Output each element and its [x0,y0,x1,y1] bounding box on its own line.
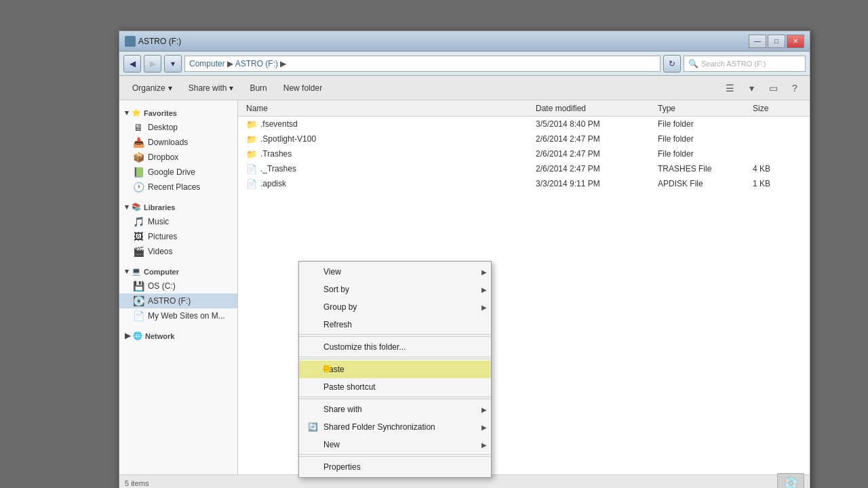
network-icon: 🌐 [133,331,142,340]
context-menu: View ▶ Sort by ▶ Group by ▶ Refresh Cust… [298,261,492,478]
minimize-button[interactable]: — [749,35,766,48]
back-button[interactable]: ◀ [123,55,141,73]
file-name-cell: 📁 .fseventsd [243,119,533,129]
sidebar-item-osc[interactable]: 💾 OS (C:) [119,279,237,293]
file-date-cell: 2/6/2014 2:47 PM [533,164,655,174]
title-bar-buttons: — □ ✕ [749,35,804,48]
menu-item-label-group_by: Group by [323,302,477,312]
favorites-header[interactable]: ▾ ⭐ Favorites [119,106,237,120]
file-date-cell: 3/3/2014 9:11 PM [533,179,655,188]
sidebar-item-websites[interactable]: 📄 My Web Sites on M... [119,308,237,323]
sidebar-item-downloads[interactable]: 📥 Downloads [119,135,237,150]
menu-item-paste[interactable]: Paste [299,361,491,378]
sidebar-item-label: Dropbox [148,152,178,162]
sidebar-item-videos[interactable]: 🎬 Videos [119,244,237,259]
col-name[interactable]: Name [243,104,533,113]
help-button[interactable]: ? [785,79,804,98]
file-name-cell: 📄 ._Trashes [243,163,533,174]
path-separator-2: ▶ [280,59,286,68]
favorites-label: Favorites [144,109,177,117]
folder-icon: 📁 [246,119,257,129]
address-path[interactable]: Computer ▶ ASTRO (F:) ▶ [184,56,660,72]
window-icon [125,36,136,47]
menu-item-sort_by[interactable]: Sort by ▶ [299,281,491,298]
menu-item-icon-placeholder [307,439,318,450]
refresh-button[interactable]: ↻ [663,55,681,73]
preview-pane-button[interactable]: ▭ [764,79,783,98]
submenu-arrow-shared_folder_sync: ▶ [481,424,487,431]
menu-item-new[interactable]: New ▶ [299,436,491,455]
file-type-cell: APDISK File [655,179,750,188]
sidebar-item-astro[interactable]: 💽 ASTRO (F:) [119,293,237,308]
sidebar-item-label: Desktop [148,123,178,132]
sidebar: ▾ ⭐ Favorites 🖥 Desktop 📥 Downloads 📦 Dr… [119,100,238,474]
sidebar-item-music[interactable]: 🎵 Music [119,214,237,229]
file-size-cell: 4 KB [750,164,804,174]
file-name: ._Trashes [260,164,296,174]
file-type-cell: TRASHES File [655,164,750,174]
menu-item-icon-placeholder [307,404,318,415]
computer-header[interactable]: ▾ 💻 Computer [119,264,237,279]
menu-item-refresh[interactable]: Refresh [299,316,491,335]
menu-item-icon-placeholder [307,319,318,330]
menu-item-label-properties: Properties [323,462,477,472]
table-row[interactable]: 📁 .Trashes 2/6/2014 2:47 PM File folder [238,146,810,161]
downloads-icon: 📥 [133,137,144,148]
menu-item-icon-placeholder [307,266,318,277]
drive-icon-container: 💿 [777,473,804,489]
menu-item-label-customize: Customize this folder... [323,342,477,352]
col-date[interactable]: Date modified [533,104,655,113]
new-folder-button[interactable]: New folder [276,79,330,98]
table-row[interactable]: 📄 .apdisk 3/3/2014 9:11 PM APDISK File 1… [238,176,810,191]
forward-button[interactable]: ▶ [144,55,161,73]
network-header[interactable]: ▶ 🌐 Network [119,329,237,343]
search-box[interactable]: 🔍 Search ASTRO (F:) [684,56,806,72]
videos-icon: 🎬 [133,246,144,257]
computer-collapse-icon: ▾ [125,267,129,276]
details-view-button[interactable]: ☰ [720,79,739,98]
menu-separator-after-customize [299,359,491,359]
menu-item-properties[interactable]: Properties [299,458,491,476]
sidebar-item-recent-places[interactable]: 🕐 Recent Places [119,180,237,195]
folder-icon: 📁 [246,148,257,159]
sidebar-item-dropbox[interactable]: 📦 Dropbox [119,150,237,165]
view-options-button[interactable]: ▾ [742,79,761,98]
path-separator-1: ▶ [227,59,233,68]
menu-item-customize[interactable]: Customize this folder... [299,338,491,357]
table-row[interactable]: 📁 .Spotlight-V100 2/6/2014 2:47 PM File … [238,131,810,146]
libraries-header[interactable]: ▾ 📚 Libraries [119,200,237,214]
table-row[interactable]: 📁 .fseventsd 3/5/2014 8:40 PM File folde… [238,117,810,131]
burn-button[interactable]: Burn [242,79,274,98]
menu-item-share_with[interactable]: Share with ▶ [299,401,491,418]
file-size-cell: 1 KB [750,179,804,188]
sidebar-item-pictures[interactable]: 🖼 Pictures [119,229,237,244]
favorites-collapse-icon: ▾ [125,108,129,117]
sidebar-item-label: Pictures [148,232,177,241]
menu-item-shared_folder_sync[interactable]: 🔄 Shared Folder Synchronization ▶ [299,418,491,436]
dropbox-icon: 📦 [133,152,144,163]
file-type-cell: File folder [655,149,750,159]
search-icon: 🔍 [688,59,698,68]
dropdown-button[interactable]: ▾ [164,55,182,73]
menu-item-icon-placeholder [307,364,318,375]
menu-item-view[interactable]: View ▶ [299,263,491,281]
menu-item-label-share_with: Share with [323,405,477,414]
menu-item-label-paste_shortcut: Paste shortcut [323,382,477,392]
close-button[interactable]: ✕ [787,35,804,48]
menu-item-label-paste: Paste [323,365,477,374]
organize-button[interactable]: Organize ▾ [125,79,180,98]
sidebar-item-google-drive[interactable]: 📗 Google Drive [119,165,237,180]
menu-item-group_by[interactable]: Group by ▶ [299,298,491,316]
table-row[interactable]: 📄 ._Trashes 2/6/2014 2:47 PM TRASHES Fil… [238,161,810,176]
folder-icon: 📁 [246,134,257,144]
network-collapse-icon: ▶ [125,331,130,340]
toolbar: Organize ▾ Share with ▾ Burn New folder … [119,76,810,100]
libraries-icon: 📚 [132,203,141,211]
share-with-button[interactable]: Share with ▾ [181,79,241,98]
col-size[interactable]: Size [750,104,804,113]
sidebar-item-desktop[interactable]: 🖥 Desktop [119,120,237,135]
menu-item-paste_shortcut[interactable]: Paste shortcut [299,378,491,397]
menu-item-icon-shared_folder_sync: 🔄 [307,422,318,432]
maximize-button[interactable]: □ [768,35,785,48]
col-type[interactable]: Type [655,104,750,113]
